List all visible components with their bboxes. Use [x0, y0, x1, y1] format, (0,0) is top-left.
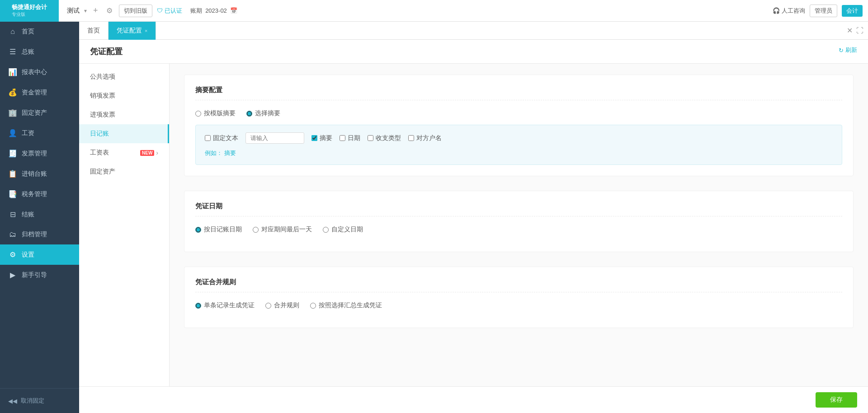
radio-journal-date-label[interactable]: 按日记账日期 [195, 225, 242, 234]
sidebar-item-label: 固定资产 [22, 109, 47, 117]
sidebar-item-sales[interactable]: 📋 进销台账 [0, 164, 79, 184]
checkbox-counterparty[interactable] [408, 135, 414, 141]
company-dropdown-icon[interactable] [84, 8, 87, 14]
summary-radio-group: 按模版摘要 选择摘要 [195, 109, 842, 117]
tab-home[interactable]: 首页 [79, 22, 108, 40]
tab-actions: ✕ ⛶ [842, 26, 868, 35]
radio-merge-label[interactable]: 合并规则 [265, 301, 299, 310]
company-name: 测试 [67, 7, 80, 15]
left-nav-journal[interactable]: 日记账 [79, 124, 169, 143]
config-content: 摘要配置 按模版摘要 选择摘要 [170, 64, 868, 386]
window-expand-button[interactable]: ⛶ [856, 27, 863, 35]
sidebar-item-label: 首页 [22, 28, 34, 36]
radio-single[interactable] [195, 303, 201, 309]
left-nav-payroll[interactable]: 工资表 NEW › [79, 143, 169, 162]
sidebar-item-label: 报表中心 [22, 68, 47, 76]
voucher-date-section-title: 凭证日期 [195, 202, 842, 216]
checkbox-counterparty-label[interactable]: 对方户名 [408, 134, 442, 142]
tab-bar: 首页 凭证配置 × ✕ ⛶ [79, 22, 868, 40]
manager-button[interactable]: 管理员 [810, 5, 837, 17]
refresh-icon: ↻ [839, 47, 844, 54]
checkbox-income-expense[interactable] [368, 135, 373, 141]
left-nav-public[interactable]: 公共选项 [79, 67, 169, 86]
sales-icon: 📋 [8, 169, 17, 178]
radio-template[interactable] [195, 111, 201, 117]
accountant-button[interactable]: 会计 [842, 5, 863, 17]
checkbox-summary-label[interactable]: 摘要 [311, 134, 332, 142]
radio-merge[interactable] [265, 303, 271, 309]
radio-by-selection[interactable] [310, 303, 316, 309]
radio-custom-date-label[interactable]: 自定义日期 [323, 225, 363, 234]
checkbox-income-expense-label[interactable]: 收支类型 [368, 134, 401, 142]
tax-icon: 📑 [8, 190, 17, 198]
checkbox-date[interactable] [340, 135, 345, 141]
refresh-button[interactable]: ↻ 刷新 [839, 46, 857, 61]
radio-journal-date[interactable] [195, 227, 201, 233]
sidebar-item-tax[interactable]: 📑 税务管理 [0, 184, 79, 204]
sidebar-item-assets[interactable]: 🏢 固定资产 [0, 103, 79, 123]
left-nav-sales-invoice[interactable]: 销项发票 [79, 86, 169, 105]
summary-section-title: 摘要配置 [195, 86, 842, 100]
sidebar-item-invoice[interactable]: 🧾 发票管理 [0, 143, 79, 164]
sidebar-item-settings[interactable]: ⚙ 设置 [0, 244, 79, 265]
left-nav-purchase-invoice[interactable]: 进项发票 [79, 105, 169, 124]
tab-close-icon[interactable]: × [145, 28, 147, 33]
checkbox-fixed-text-label[interactable]: 固定文本 [205, 134, 238, 142]
close-icon: ⊟ [8, 210, 17, 219]
sidebar-item-home[interactable]: ⌂ 首页 [0, 22, 79, 42]
sidebar-item-label: 新手引导 [22, 271, 47, 279]
fixed-text-input[interactable] [245, 132, 304, 144]
consult-button[interactable]: 🎧 人工咨询 [773, 7, 805, 15]
period-label: 账期 2023-02 📅 [190, 7, 238, 15]
window-close-button[interactable]: ✕ [847, 26, 853, 35]
tab-voucher-config[interactable]: 凭证配置 × [108, 22, 156, 40]
add-button[interactable]: + [93, 6, 98, 15]
sidebar-item-fund[interactable]: 💰 资金管理 [0, 82, 79, 103]
logo: 畅捷通好会计 专业版 [0, 0, 59, 22]
merge-rules-radio-group: 单条记录生成凭证 合并规则 按照选择汇总生成凭证 [195, 301, 842, 310]
sidebar-item-label: 结账 [22, 211, 34, 219]
sidebar-item-report[interactable]: 📊 报表中心 [0, 62, 79, 82]
radio-single-label[interactable]: 单条记录生成凭证 [195, 301, 255, 310]
chevron-down-icon: › [156, 149, 158, 156]
sidebar-item-archive[interactable]: 🗂 归档管理 [0, 225, 79, 244]
checkbox-summary[interactable] [311, 135, 317, 141]
invoice-icon: 🧾 [8, 149, 17, 158]
sidebar-scroll: ⌂ 首页 ☰ 总账 📊 报表中心 💰 资金管理 🏢 固定资产 👤 工资 [0, 22, 79, 388]
guide-icon: ▶ [8, 271, 17, 279]
settings-sidebar-icon: ⚙ [8, 250, 17, 259]
checkbox-fixed-text[interactable] [205, 135, 211, 141]
merge-rules-section-title: 凭证合并规则 [195, 278, 842, 292]
sidebar-item-salary[interactable]: 👤 工资 [0, 123, 79, 143]
voucher-date-radio-group: 按日记账日期 对应期间最后一天 自定义日期 [195, 225, 842, 234]
sidebar-item-label: 税务管理 [22, 190, 47, 198]
checkbox-date-label[interactable]: 日期 [340, 134, 360, 142]
left-nav-fixed-assets[interactable]: 固定资产 [79, 162, 169, 181]
sidebar-item-ledger[interactable]: ☰ 总账 [0, 42, 79, 62]
save-button[interactable]: 保存 [816, 392, 857, 408]
radio-select-label[interactable]: 选择摘要 [246, 109, 280, 117]
radio-by-selection-label[interactable]: 按照选择汇总生成凭证 [310, 301, 382, 310]
sidebar-item-label: 总账 [22, 48, 34, 56]
page-header: 凭证配置 ↻ 刷新 [79, 40, 868, 64]
radio-template-label[interactable]: 按模版摘要 [195, 109, 236, 117]
radio-custom-date[interactable] [323, 227, 329, 233]
calendar-icon[interactable]: 📅 [230, 7, 237, 14]
sidebar-item-label: 资金管理 [22, 89, 47, 97]
radio-select[interactable] [246, 111, 252, 117]
sidebar-item-label: 归档管理 [22, 230, 47, 239]
settings-icon[interactable]: ⚙ [106, 6, 113, 15]
sidebar-item-guide[interactable]: ▶ 新手引导 [0, 265, 79, 285]
sidebar-item-label: 设置 [22, 251, 34, 259]
bottom-bar: 保存 [79, 386, 868, 413]
unpin-button[interactable]: ◀◀ 取消固定 [0, 392, 79, 409]
radio-period-last-label[interactable]: 对应期间最后一天 [253, 225, 312, 234]
sidebar-item-close[interactable]: ⊟ 结账 [0, 204, 79, 225]
config-layout: 公共选项 销项发票 进项发票 日记账 工资表 NEW [79, 64, 868, 386]
radio-period-last[interactable] [253, 227, 259, 233]
radio-select-text: 选择摘要 [255, 109, 280, 117]
switch-version-button[interactable]: 切到旧版 [119, 5, 152, 17]
page-content: 凭证配置 ↻ 刷新 公共选项 销项发票 进项发票 [79, 40, 868, 413]
sidebar: ⌂ 首页 ☰ 总账 📊 报表中心 💰 资金管理 🏢 固定资产 👤 工资 [0, 22, 79, 413]
sidebar-item-label: 发票管理 [22, 150, 47, 158]
